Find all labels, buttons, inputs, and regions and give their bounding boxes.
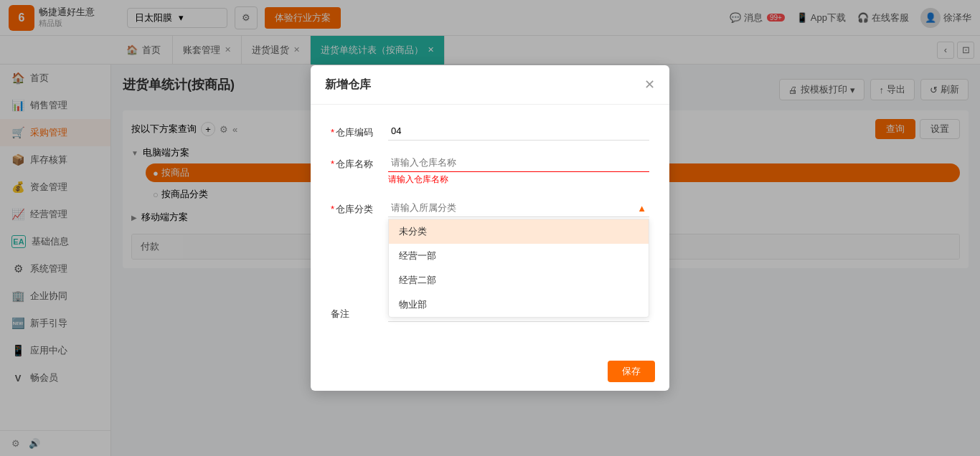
- name-input[interactable]: [388, 153, 649, 172]
- name-error-msg: 请输入仓库名称: [388, 174, 649, 186]
- form-row-name: 仓库名称 请输入仓库名称: [331, 153, 649, 186]
- category-label: 仓库分类: [331, 199, 388, 216]
- form-row-code: 仓库编码: [331, 122, 649, 141]
- dialog-body: 仓库编码 仓库名称 请输入仓库名称 仓库分类 ▲: [311, 105, 669, 352]
- dropdown-item-1[interactable]: 经营一部: [389, 244, 649, 268]
- dialog-add-warehouse: 新增仓库 ✕ 仓库编码 仓库名称 请输入仓库名称 仓库分类: [311, 65, 669, 391]
- modal-overlay: 新增仓库 ✕ 仓库编码 仓库名称 请输入仓库名称 仓库分类: [0, 0, 980, 456]
- remark-label: 备注: [331, 303, 388, 320]
- dialog-title: 新增仓库: [325, 77, 371, 92]
- name-label: 仓库名称: [331, 153, 388, 171]
- dialog-footer: 保存: [311, 352, 669, 391]
- dialog-close-button[interactable]: ✕: [644, 77, 655, 92]
- dropdown-item-0[interactable]: 未分类: [389, 219, 649, 244]
- code-input[interactable]: [388, 122, 649, 141]
- category-toggle-button[interactable]: ▲: [637, 203, 646, 214]
- dropdown-item-3[interactable]: 物业部: [389, 293, 649, 317]
- dialog-header: 新增仓库 ✕: [311, 65, 669, 105]
- code-label: 仓库编码: [331, 122, 388, 139]
- form-row-category: 仓库分类 ▲ 未分类 经营一部 经营二部 物业部: [331, 199, 649, 217]
- dropdown-item-2[interactable]: 经营二部: [389, 268, 649, 293]
- category-input[interactable]: [388, 199, 649, 217]
- category-dropdown: 未分类 经营一部 经营二部 物业部: [388, 219, 649, 318]
- save-button[interactable]: 保存: [608, 361, 655, 382]
